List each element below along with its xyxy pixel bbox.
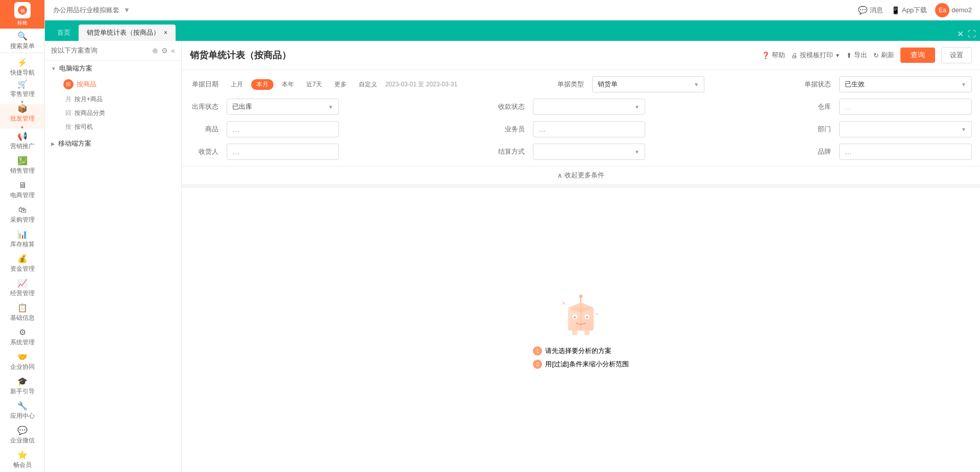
product-input[interactable]: … (227, 121, 339, 137)
member-icon: ⭐ (17, 450, 28, 460)
sales-icon: 💹 (17, 156, 28, 166)
topbar-right: 💬 消息 📱 App下载 Ea demo2 (858, 3, 972, 17)
tree-collapse-icon: ▼ (51, 66, 56, 72)
sidebar-item-inventory[interactable]: 📊 库存核算 (0, 227, 45, 251)
sidebar-item-member[interactable]: ⭐ 畅会员 (0, 447, 45, 472)
date-shortcut-7days[interactable]: 近7天 (302, 79, 326, 90)
sidebar-item-wechat[interactable]: 💬 企业微信 (0, 423, 45, 447)
sidebar-item-finance[interactable]: 💰 资金管理 (0, 251, 45, 276)
warehouse-input[interactable]: … (839, 99, 972, 115)
cooperation-icon: 🤝 (17, 352, 28, 362)
tree-section-pc[interactable]: ▼ 电脑端方案 (45, 61, 181, 76)
sidebar-item-wholesale[interactable]: 📦 批发管理 ▲ (0, 104, 45, 129)
sidebar-item-operation[interactable]: 📈 经营管理 (0, 276, 45, 300)
help-button[interactable]: ❓ 帮助 (762, 51, 785, 60)
filter-row-2: 出库状态 已出库 ▼ 收款状态 ▼ 仓库 … (190, 99, 972, 115)
brand-input[interactable]: … (839, 144, 972, 160)
tree-item-by-cashier[interactable]: 按 按司机 (45, 120, 181, 134)
sidebar-item-marketing[interactable]: 📢 营销推广 (0, 129, 45, 153)
sidebar-item-appstore[interactable]: 🔧 应用中心 (0, 398, 45, 423)
add-scheme-button[interactable]: ⊕ (152, 46, 158, 55)
collapse-filter-button[interactable]: ∧ 收起更多条件 (182, 166, 980, 184)
empty-tip-1: 1 请先选择要分析的方案 (533, 346, 628, 356)
date-shortcut-more[interactable]: 更多 (330, 79, 351, 90)
tree-item-by-product[interactable]: 按 按商品 (45, 76, 181, 92)
dept-select[interactable]: ▼ (839, 121, 972, 137)
search-icon: 🔍 (17, 31, 28, 41)
tree-item-label: 按商品分类 (75, 109, 105, 117)
edit-scheme-button[interactable]: ⚙ (161, 46, 168, 55)
doc-type-select[interactable]: 销货单 ▼ (592, 76, 704, 92)
sidebar-item-purchase[interactable]: 🛍 采购管理 (0, 202, 45, 227)
collapse-panel-button[interactable]: « (171, 46, 175, 55)
left-panel: 按以下方案查询 ⊕ ⚙ « ▼ 电脑端方案 按 按商品 月 按月+商品 (45, 41, 182, 472)
filter-area: 单据日期 上月 本月 本年 近7天 更多 自定义 2023-03-01 至 20… (182, 70, 980, 166)
out-status-label: 出库状态 (190, 102, 218, 111)
date-shortcut-custom[interactable]: 自定义 (355, 79, 381, 90)
left-panel-header: 按以下方案查询 ⊕ ⚙ « (45, 41, 181, 61)
staff-input[interactable]: … (533, 121, 645, 137)
sidebar-item-quick-nav[interactable]: ⚡ 快捷导航 (0, 55, 45, 80)
sidebar-item-sales[interactable]: 💹 销售管理 (0, 153, 45, 178)
chevron-down-icon: ▼ (961, 82, 966, 87)
tree-section-mobile[interactable]: ▶ 移动端方案 (45, 136, 181, 151)
sidebar-item-retail[interactable]: 🛒 零售管理 ▼ (0, 80, 45, 104)
tree-item-label: 按商品 (77, 80, 96, 89)
tree-item-by-month-product[interactable]: 月 按月+商品 (45, 92, 181, 106)
tree-item-by-category[interactable]: 回 按商品分类 (45, 106, 181, 120)
tab-current[interactable]: 销货单统计表（按商品） × (79, 25, 176, 41)
tip-number-2: 2 (533, 360, 542, 369)
sidebar-item-ecommerce[interactable]: 🖥 电商管理 (0, 178, 45, 202)
staff-ellipsis: … (538, 125, 546, 133)
sidebar-item-label: 畅会员 (13, 461, 32, 469)
payment-select[interactable]: ▼ (533, 144, 645, 160)
chevron-down-icon: ▼ (634, 104, 640, 110)
wechat-icon: 💬 (17, 426, 28, 435)
product-label: 商品 (190, 125, 218, 134)
app-download-button[interactable]: 📱 App下载 (891, 6, 927, 15)
page-title-row: 销货单统计表（按商品） ❓ 帮助 🖨 按模板打印 ▼ ⬆ (190, 47, 972, 63)
doc-status-label: 单据状态 (802, 80, 831, 89)
refresh-button[interactable]: ↻ 刷新 (873, 51, 894, 60)
search-menu-label: 搜索菜单 (10, 42, 35, 51)
doc-status-select[interactable]: 已生效 ▼ (839, 76, 972, 92)
sidebar-item-basic[interactable]: 📋 基础信息 (0, 300, 45, 325)
maximize-tab-button[interactable]: ⛶ (968, 30, 976, 39)
app-download-label: App下载 (902, 6, 927, 15)
search-menu-item[interactable]: 🔍 搜索菜单 (0, 29, 45, 53)
settings-button[interactable]: 设置 (941, 47, 972, 63)
sidebar-item-system[interactable]: ⚙ 系统管理 (0, 325, 45, 349)
sidebar-item-label: 企业协同 (10, 363, 35, 371)
template-print-button[interactable]: 🖨 按模板打印 ▼ (791, 51, 840, 60)
receiver-input[interactable]: … (227, 144, 339, 160)
close-tab-button[interactable]: ✕ (957, 29, 964, 39)
date-shortcut-this-month[interactable]: 本月 (251, 79, 274, 90)
sidebar-item-label: 批发管理 (10, 114, 35, 123)
tip-number-1: 1 (533, 346, 542, 356)
help-icon: ❓ (762, 52, 770, 59)
sidebar-item-cooperation[interactable]: 🤝 企业协同 (0, 349, 45, 374)
page-title: 销货单统计表（按商品） (190, 49, 291, 61)
tab-home[interactable]: 首页 (49, 25, 79, 41)
message-button[interactable]: 💬 消息 (858, 6, 883, 15)
out-status-select[interactable]: 已出库 ▼ (227, 99, 339, 115)
chevron-down-icon: ▼ (694, 82, 699, 87)
chevron-down-icon[interactable]: ▼ (124, 6, 130, 14)
svg-text:✦: ✦ (566, 320, 568, 323)
sidebar-item-label: 应用中心 (10, 412, 35, 420)
sidebar-item-tutorial[interactable]: 🎓 新手引导 (0, 374, 45, 398)
doc-status-value: 已生效 (845, 80, 865, 89)
query-button[interactable]: 查询 (900, 48, 935, 63)
tree-section-pc-label: 电脑端方案 (59, 64, 92, 73)
page-actions: ❓ 帮助 🖨 按模板打印 ▼ ⬆ 导出 ↻ (762, 47, 972, 63)
sidebar-item-label: 快捷导航 (10, 68, 35, 77)
industry-label: 办公用品行业模拟账套 (53, 6, 119, 15)
date-shortcut-this-year[interactable]: 本年 (278, 79, 298, 90)
receiver-ellipsis: … (232, 148, 239, 156)
export-button[interactable]: ⬆ 导出 (846, 51, 867, 60)
receive-status-select[interactable]: ▼ (533, 99, 645, 115)
tab-close-button[interactable]: × (164, 29, 167, 36)
user-profile[interactable]: Ea demo2 (935, 3, 972, 17)
content-area: 按以下方案查询 ⊕ ⚙ « ▼ 电脑端方案 按 按商品 月 按月+商品 (45, 41, 980, 472)
date-shortcut-last-month[interactable]: 上月 (227, 79, 247, 90)
